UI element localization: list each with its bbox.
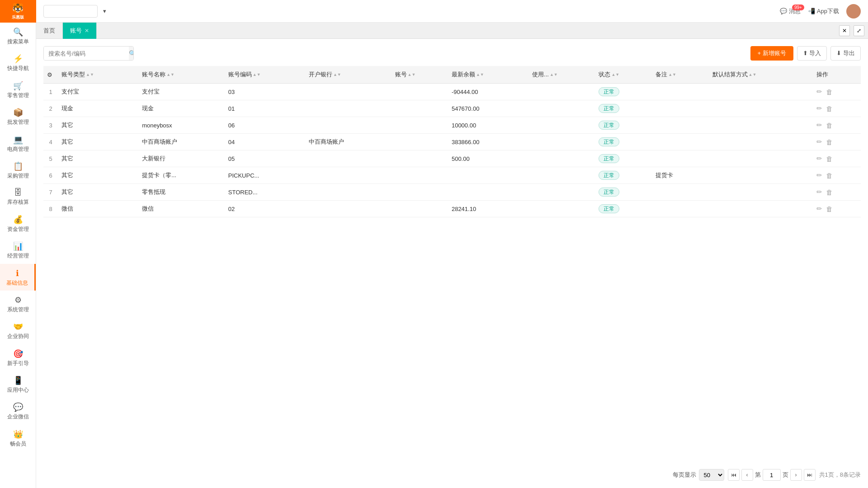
add-account-button[interactable]: + 新增账号 <box>750 46 793 61</box>
delete-button[interactable]: 🗑 <box>826 122 833 129</box>
tab-maximize-button[interactable]: ⤢ <box>854 25 864 36</box>
cell-settlement <box>709 150 813 167</box>
sort-icon-note: ▲▼ <box>668 73 676 77</box>
sidebar-item-label: 新手引导 <box>7 360 29 366</box>
tab-close-all-button[interactable]: ✕ <box>839 25 850 36</box>
col-code[interactable]: 账号编码▲▼ <box>225 66 305 84</box>
tab-home[interactable]: 首页 <box>36 23 63 39</box>
tab-bar: 首页 账号 ✕ ✕ ⤢ <box>36 23 868 39</box>
delete-button[interactable]: 🗑 <box>826 205 833 213</box>
sidebar-item-label: 快捷导航 <box>7 65 29 71</box>
cell-account <box>392 117 448 134</box>
sidebar-item-retail[interactable]: 🛒 零售管理 <box>0 76 36 103</box>
sidebar-item-quicknav[interactable]: ⚡ 快捷导航 <box>0 49 36 76</box>
cell-type: 其它 <box>58 117 138 134</box>
tab-close-icon[interactable]: ✕ <box>85 28 89 34</box>
sidebar-item-label: 零售管理 <box>7 92 29 99</box>
col-name[interactable]: 账号名称▲▼ <box>138 66 225 84</box>
sidebar-item-wholesale[interactable]: 📦 批发管理 <box>0 103 36 130</box>
logo-text: 乐惠版 <box>12 14 24 20</box>
edit-button[interactable]: ✏ <box>816 138 822 146</box>
edit-button[interactable]: ✏ <box>816 104 822 113</box>
status-badge: 正常 <box>599 87 619 96</box>
edit-button[interactable]: ✏ <box>816 188 822 196</box>
sidebar-item-system[interactable]: ⚙ 系统管理 <box>0 291 36 317</box>
cell-settlement <box>709 134 813 150</box>
col-type[interactable]: 账号类型▲▼ <box>58 66 138 84</box>
page-next-button[interactable]: › <box>790 469 802 481</box>
col-note[interactable]: 备注▲▼ <box>652 66 708 84</box>
sidebar-item-collab[interactable]: 🤝 企业协同 <box>0 317 36 344</box>
col-balance[interactable]: 最新余额▲▼ <box>448 66 528 84</box>
cell-actions: ✏ 🗑 <box>813 201 861 217</box>
cell-balance: 10000.00 <box>448 117 528 134</box>
col-bank[interactable]: 开户银行▲▼ <box>305 66 392 84</box>
sidebar-item-enterprise-wechat[interactable]: 💬 企业微信 <box>0 398 36 424</box>
cell-usage <box>528 117 595 134</box>
sidebar-item-members[interactable]: 👑 畅会员 <box>0 425 36 451</box>
sort-icon-settlement: ▲▼ <box>749 73 757 77</box>
table-row: 7 其它 零售抵现 STORED... 正常 ✏ 🗑 <box>43 184 861 201</box>
sort-icon-type: ▲▼ <box>86 73 94 77</box>
export-button[interactable]: ⬇ 导出 <box>830 46 861 61</box>
delete-button[interactable]: 🗑 <box>826 138 833 146</box>
cell-balance: 547670.00 <box>448 100 528 117</box>
delete-button[interactable]: 🗑 <box>826 188 833 196</box>
sidebar-item-basic-info[interactable]: ℹ 基础信息 <box>0 264 36 291</box>
col-status[interactable]: 状态▲▼ <box>595 66 652 84</box>
app-logo: 🐯 乐惠版 <box>0 0 36 23</box>
cell-actions: ✏ 🗑 <box>813 100 861 117</box>
cell-id: 5 <box>43 150 58 167</box>
delete-button[interactable]: 🗑 <box>826 105 833 113</box>
user-avatar[interactable] <box>846 4 861 19</box>
sort-icon-balance: ▲▼ <box>476 73 484 77</box>
col-settings[interactable]: ⚙ <box>43 66 58 84</box>
page-size-dropdown[interactable]: 50 100 200 <box>699 469 724 481</box>
sidebar-item-label: 资金管理 <box>7 226 29 232</box>
sidebar-item-app-center[interactable]: 📱 应用中心 <box>0 371 36 398</box>
page-first-button[interactable]: ⏮ <box>728 469 740 481</box>
sidebar-item-ecommerce[interactable]: 💻 电商管理 <box>0 130 36 157</box>
sidebar-item-inventory[interactable]: 🗄 库存核算 <box>0 183 36 210</box>
wholesale-icon: 📦 <box>13 108 23 117</box>
page-prev-button[interactable]: ‹ <box>741 469 753 481</box>
edit-button[interactable]: ✏ <box>816 121 822 129</box>
table-row: 8 微信 微信 02 28241.10 正常 ✏ 🗑 <box>43 201 861 217</box>
cell-bank <box>305 201 392 217</box>
sort-icon-bank: ▲▼ <box>333 73 341 77</box>
delete-button[interactable]: 🗑 <box>826 155 833 163</box>
cell-status: 正常 <box>595 184 652 201</box>
col-account[interactable]: 账号▲▼ <box>392 66 448 84</box>
edit-button[interactable]: ✏ <box>816 155 822 163</box>
edit-button[interactable]: ✏ <box>816 88 822 96</box>
edit-button[interactable]: ✏ <box>816 205 822 213</box>
cell-id: 8 <box>43 201 58 217</box>
account-search-input[interactable] <box>44 47 129 60</box>
delete-button[interactable]: 🗑 <box>826 172 833 179</box>
cell-balance: 383866.00 <box>448 134 528 150</box>
message-icon: 💬 <box>780 8 787 14</box>
header-search-input[interactable] <box>43 5 98 18</box>
sidebar-item-finance[interactable]: 💰 资金管理 <box>0 210 36 237</box>
app-download-button[interactable]: 📲 App下载 <box>808 7 839 15</box>
tab-account[interactable]: 账号 ✕ <box>63 23 97 39</box>
col-settlement[interactable]: 默认结算方式▲▼ <box>709 66 813 84</box>
header-dropdown[interactable]: ▾ <box>103 8 106 14</box>
action-buttons: ✏ 🗑 <box>816 138 857 146</box>
col-usage[interactable]: 使用...▲▼ <box>528 66 595 84</box>
import-button[interactable]: ⬆ 导入 <box>797 46 827 61</box>
header-right: 💬 消息 99+ 📲 App下载 <box>780 4 861 19</box>
sidebar-item-operations[interactable]: 📊 经营管理 <box>0 237 36 263</box>
cell-note <box>652 134 708 150</box>
page-last-button[interactable]: ⏭ <box>804 469 816 481</box>
delete-button[interactable]: 🗑 <box>826 88 833 96</box>
sidebar-item-search[interactable]: 🔍 搜索菜单 <box>0 23 36 49</box>
page-input[interactable] <box>763 469 781 481</box>
sidebar-item-purchase[interactable]: 📋 采购管理 <box>0 157 36 183</box>
search-button[interactable]: 🔍 <box>129 46 134 61</box>
message-button[interactable]: 💬 消息 99+ <box>780 7 801 15</box>
cell-name: 零售抵现 <box>138 184 225 201</box>
sidebar-item-guide[interactable]: 🎯 新手引导 <box>0 344 36 371</box>
edit-button[interactable]: ✏ <box>816 171 822 179</box>
inventory-icon: 🗄 <box>14 188 22 197</box>
